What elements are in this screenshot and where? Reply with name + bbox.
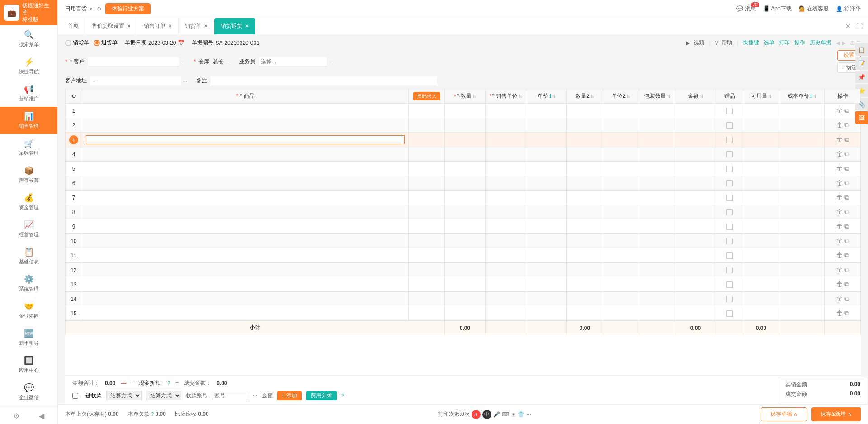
pack-sort-icon[interactable]: ⇅ — [667, 94, 670, 99]
delete-row-icon[interactable]: 🗑 — [835, 236, 844, 245]
cost-price-cell-7[interactable] — [779, 191, 825, 205]
amount-cell-5[interactable] — [675, 162, 716, 176]
sales-unit-cell-13[interactable] — [486, 277, 526, 292]
sales-unit-cell-4[interactable] — [486, 147, 526, 162]
sales-unit-cell-8[interactable] — [486, 205, 526, 219]
more-tools-icon[interactable]: ⋯ — [526, 411, 532, 418]
sales-unit-cell-15[interactable] — [486, 306, 526, 321]
quantity2-cell-8[interactable] — [567, 205, 603, 219]
amount-cell-12[interactable] — [675, 263, 716, 277]
unit2-cell-2[interactable] — [603, 118, 639, 133]
radio-return[interactable]: 退货单 — [94, 39, 118, 47]
topbar-gear-icon[interactable]: ⚙ — [97, 6, 102, 12]
app-download-link[interactable]: 📱 App下载 — [763, 5, 792, 13]
sales-unit-cell-5[interactable] — [486, 162, 526, 176]
unit2-cell-5[interactable] — [603, 162, 639, 176]
copy-row-icon[interactable]: ⧉ — [844, 265, 850, 275]
unit2-cell-11[interactable] — [603, 248, 639, 263]
copy-row-icon[interactable]: ⧉ — [844, 193, 850, 202]
settings-bottom-icon[interactable]: ⚙ — [13, 412, 19, 420]
quantity-cell-15[interactable] — [445, 306, 486, 321]
sidebar-item-purchase[interactable]: 🛒 采购管理 — [0, 134, 57, 161]
video-link[interactable]: ▶ 视频 — [686, 39, 704, 47]
scan-button[interactable]: 扫码录入 — [413, 92, 440, 100]
save-new-button[interactable]: 保存&新增 ∧ — [811, 407, 861, 421]
copy-row-icon[interactable]: ⧉ — [844, 164, 850, 173]
available-cell-12[interactable] — [743, 263, 779, 277]
unit-price-cell-5[interactable] — [526, 162, 567, 176]
sidebar-item-system[interactable]: ⚙️ 系统管理 — [0, 270, 57, 297]
gift-checkbox-8[interactable] — [726, 209, 733, 215]
customer-more-icon[interactable]: ··· — [180, 58, 185, 65]
quantity2-cell-9[interactable] — [567, 219, 603, 234]
product-cell-3[interactable] — [82, 133, 409, 147]
sidebar-item-sales[interactable]: 📊 销售管理 — [0, 107, 57, 134]
unit-price-cell-7[interactable] — [526, 191, 567, 205]
customer-input[interactable] — [88, 57, 179, 66]
unit-price-cell-1[interactable] — [526, 104, 567, 118]
pack-qty-cell-12[interactable] — [639, 263, 675, 277]
amount-cell-3[interactable] — [675, 133, 716, 147]
available-cell-5[interactable] — [743, 162, 779, 176]
unit-price-cell-6[interactable] — [526, 176, 567, 191]
delete-row-icon[interactable]: 🗑 — [835, 222, 844, 231]
quantity2-cell-3[interactable] — [567, 133, 603, 147]
amount-cell-8[interactable] — [675, 205, 716, 219]
copy-row-icon[interactable]: ⧉ — [844, 251, 850, 260]
sidebar-item-basic[interactable]: 📋 基础信息 — [0, 243, 57, 270]
copy-row-icon[interactable]: ⧉ — [844, 207, 850, 217]
amount-cell-11[interactable] — [675, 248, 716, 263]
quantity-cell-1[interactable] — [445, 104, 486, 118]
sales-unit-cell-9[interactable] — [486, 219, 526, 234]
address-input[interactable] — [90, 76, 181, 85]
account-input[interactable] — [212, 391, 248, 400]
history-link[interactable]: 历史单据 — [810, 39, 831, 47]
amount-cell-1[interactable] — [675, 104, 716, 118]
available-cell-6[interactable] — [743, 176, 779, 191]
cost-price-cell-6[interactable] — [779, 176, 825, 191]
settlement-method-select[interactable]: 结算方式 — [106, 391, 142, 400]
help-link[interactable]: ? 帮助 — [715, 39, 733, 47]
gift-checkbox-9[interactable] — [726, 224, 733, 230]
sidebar-item-enterprise[interactable]: 🤝 企业协同 — [0, 297, 57, 324]
delete-row-icon[interactable]: 🗑 — [835, 149, 844, 158]
quantity-cell-10[interactable] — [445, 234, 486, 248]
quantity-cell-7[interactable] — [445, 191, 486, 205]
operation-link[interactable]: 操作 — [794, 39, 805, 47]
owe-help-icon[interactable]: ? — [151, 411, 154, 417]
available-cell-2[interactable] — [743, 118, 779, 133]
tab-sales-return[interactable]: 销货退货 ✕ — [214, 18, 255, 34]
pack-qty-cell-13[interactable] — [639, 277, 675, 292]
pack-qty-cell-5[interactable] — [639, 162, 675, 176]
quantity2-cell-11[interactable] — [567, 248, 603, 263]
th-settings[interactable]: ⚙ — [66, 89, 82, 104]
sidebar-item-shortcut[interactable]: ⚡ 快捷导航 — [0, 52, 57, 80]
quantity2-cell-1[interactable] — [567, 104, 603, 118]
available-cell-11[interactable] — [743, 248, 779, 263]
gift-checkbox-11[interactable] — [726, 252, 733, 259]
tab-close-all-icon[interactable]: ✕ — [844, 22, 853, 31]
copy-row-icon[interactable]: ⧉ — [844, 120, 850, 130]
select-link[interactable]: 选单 — [764, 39, 774, 47]
unit-price-cell-13[interactable] — [526, 277, 567, 292]
tab-price-setting[interactable]: 售价提取设置 ✕ — [85, 18, 137, 34]
copy-row-icon[interactable]: ⧉ — [844, 178, 850, 188]
discount-help-icon[interactable]: ? — [167, 381, 170, 386]
one-click-pay-input[interactable] — [72, 393, 78, 399]
sales-unit-cell-11[interactable] — [486, 248, 526, 263]
calendar-icon[interactable]: 📅 — [178, 40, 184, 46]
gift-checkbox-5[interactable] — [726, 166, 733, 172]
staff-input[interactable] — [259, 57, 327, 66]
available-cell-14[interactable] — [743, 292, 779, 306]
unit-price-cell-15[interactable] — [526, 306, 567, 321]
pack-qty-cell-10[interactable] — [639, 234, 675, 248]
quantity2-cell-4[interactable] — [567, 147, 603, 162]
tab-sales-return-close-icon[interactable]: ✕ — [245, 24, 249, 29]
quantity2-cell-2[interactable] — [567, 118, 603, 133]
gift-checkbox-2[interactable] — [726, 122, 733, 129]
copy-row-icon[interactable]: ⧉ — [844, 149, 850, 159]
tab-price-close-icon[interactable]: ✕ — [127, 24, 131, 29]
delete-row-icon[interactable]: 🗑 — [835, 294, 844, 303]
online-service-link[interactable]: 💁 在线客服 — [799, 5, 829, 13]
quantity2-cell-5[interactable] — [567, 162, 603, 176]
